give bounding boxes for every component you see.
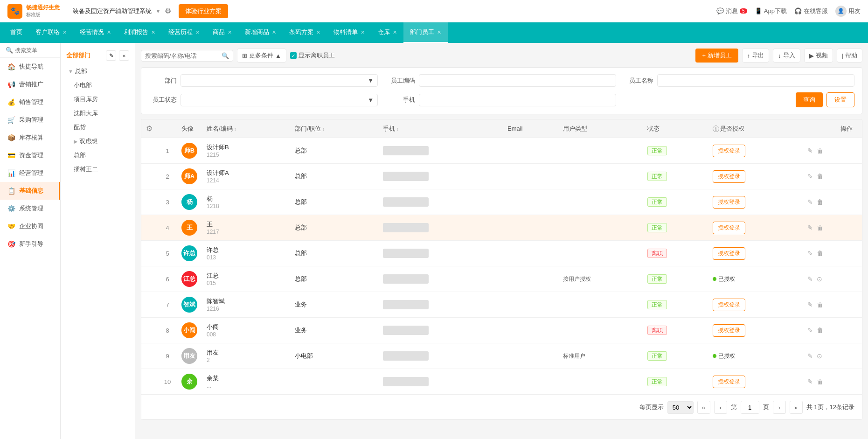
import-button[interactable]: ↓ 导入 bbox=[773, 49, 800, 63]
th-phone[interactable]: 手机 bbox=[378, 119, 503, 138]
system-gear-icon[interactable]: ⚙ bbox=[165, 7, 171, 15]
edit-icon[interactable]: ✎ bbox=[807, 352, 813, 360]
delete-icon[interactable]: 🗑 bbox=[817, 301, 823, 308]
tab-customer-close[interactable]: ✕ bbox=[62, 29, 67, 35]
filter-search-button[interactable]: 查询 bbox=[796, 92, 823, 107]
edit-icon[interactable]: ✎ bbox=[807, 147, 813, 154]
dept-node-zongbu-parent[interactable]: ▼ 总部 bbox=[61, 64, 135, 78]
dept-node-shuanglv[interactable]: ▶ 双虑想 bbox=[61, 134, 135, 148]
tab-bom-close[interactable]: ✕ bbox=[361, 29, 365, 35]
add-employee-button[interactable]: + 新增员工 bbox=[695, 49, 738, 63]
delete-icon[interactable]: 🗑 bbox=[817, 198, 823, 206]
page-current-input[interactable]: 1 bbox=[741, 401, 759, 414]
tab-operation[interactable]: 经营情况✕ bbox=[73, 22, 118, 43]
edit-icon[interactable]: ✎ bbox=[807, 327, 813, 334]
auth-button[interactable]: 授权登录 bbox=[713, 145, 745, 157]
tab-history[interactable]: 经营历程✕ bbox=[162, 22, 206, 43]
dept-node-xiangmu[interactable]: 项目库房 bbox=[61, 92, 135, 106]
search-icon[interactable]: 🔍 bbox=[222, 52, 229, 59]
copy-icon[interactable]: ⊙ bbox=[817, 352, 822, 360]
tab-product-close[interactable]: ✕ bbox=[228, 29, 232, 35]
tab-barcode[interactable]: 条码方案✕ bbox=[283, 22, 327, 43]
tab-operation-close[interactable]: ✕ bbox=[107, 29, 111, 35]
filter-dept-select[interactable]: ▼ bbox=[181, 74, 378, 87]
dept-collapse-icon[interactable]: « bbox=[119, 50, 129, 61]
search-input[interactable] bbox=[145, 52, 220, 59]
sidebar-item-collab[interactable]: 🤝 企业协同 bbox=[0, 217, 60, 235]
sidebar-item-operation[interactable]: 📊 经营管理 bbox=[0, 164, 60, 182]
filter-phone-input[interactable] bbox=[419, 94, 616, 106]
copy-icon[interactable]: ⊙ bbox=[817, 275, 822, 283]
sidebar-search-input[interactable] bbox=[15, 47, 52, 54]
edit-icon[interactable]: ✎ bbox=[807, 198, 813, 206]
filter-empcode-input[interactable] bbox=[419, 74, 616, 87]
tab-profit-close[interactable]: ✕ bbox=[151, 29, 155, 35]
sidebar-item-marketing[interactable]: 📢 营销推广 bbox=[0, 76, 60, 93]
dept-node-shenyang[interactable]: 沈阳大库 bbox=[61, 106, 135, 120]
tab-warehouse[interactable]: 仓库✕ bbox=[371, 22, 403, 43]
sidebar-item-quicknav[interactable]: 🏠 快捷导航 bbox=[0, 58, 60, 76]
edit-icon[interactable]: ✎ bbox=[807, 250, 813, 257]
sidebar-item-sales[interactable]: 💰 销售管理 bbox=[0, 93, 60, 111]
table-gear-icon[interactable]: ⚙ bbox=[146, 125, 153, 132]
filter-empname-input[interactable] bbox=[657, 74, 854, 87]
sidebar-item-system[interactable]: ⚙️ 系统管理 bbox=[0, 200, 60, 217]
tab-new-product[interactable]: 新增商品✕ bbox=[238, 22, 283, 43]
tab-warehouse-close[interactable]: ✕ bbox=[393, 29, 397, 35]
dept-edit-icon[interactable]: ✎ bbox=[106, 50, 116, 61]
show-resigned-toggle[interactable]: ✓ 显示离职员工 bbox=[290, 51, 335, 60]
delete-icon[interactable]: 🗑 bbox=[817, 173, 823, 180]
sidebar-item-finance[interactable]: 💳 资金管理 bbox=[0, 146, 60, 164]
page-first-btn[interactable]: « bbox=[697, 401, 710, 414]
system-dropdown-arrow[interactable]: ▼ bbox=[155, 8, 161, 14]
resigned-checkbox[interactable]: ✓ bbox=[290, 52, 297, 59]
user-btn[interactable]: 👤 用友 bbox=[835, 6, 861, 17]
tab-customer[interactable]: 客户联络✕ bbox=[29, 22, 73, 43]
tab-profit[interactable]: 利润报告✕ bbox=[118, 22, 162, 43]
tab-employee-close[interactable]: ✕ bbox=[437, 29, 441, 35]
edit-icon[interactable]: ✎ bbox=[807, 224, 813, 231]
per-page-select[interactable]: 50 20 100 bbox=[667, 401, 694, 414]
app-download-btn[interactable]: 📱 App下载 bbox=[755, 7, 787, 15]
delete-icon[interactable]: 🗑 bbox=[817, 250, 823, 257]
trial-button[interactable]: 体验行业方案 bbox=[179, 4, 228, 18]
auth-button[interactable]: 授权登录 bbox=[713, 324, 745, 337]
edit-icon[interactable]: ✎ bbox=[807, 173, 813, 180]
help-button[interactable]: | 帮助 bbox=[837, 49, 862, 63]
tab-product[interactable]: 商品✕ bbox=[206, 22, 238, 43]
dept-node-chashuwang[interactable]: 插树王二 bbox=[61, 162, 135, 176]
dept-node-xiaodian[interactable]: 小电部 bbox=[61, 78, 135, 92]
auth-button[interactable]: 授权登录 bbox=[713, 247, 745, 260]
dept-node-peihuo[interactable]: 配货 bbox=[61, 120, 135, 134]
filter-set-button[interactable]: 设置 bbox=[826, 92, 854, 107]
sidebar-item-basic[interactable]: 📋 基础信息 bbox=[0, 182, 60, 200]
th-dept[interactable]: 部门/职位 bbox=[290, 119, 378, 138]
export-button[interactable]: ↑ 导出 bbox=[742, 49, 770, 63]
view-button[interactable]: ▶ 视频 bbox=[804, 49, 833, 63]
delete-icon[interactable]: 🗑 bbox=[817, 327, 823, 334]
more-filter-btn[interactable]: ⊞ 更多条件 ▲ bbox=[237, 49, 286, 63]
page-last-btn[interactable]: » bbox=[790, 401, 803, 414]
th-name[interactable]: 姓名/编码 bbox=[202, 119, 290, 138]
tab-history-close[interactable]: ✕ bbox=[195, 29, 200, 35]
delete-icon[interactable]: 🗑 bbox=[817, 224, 823, 231]
tab-home[interactable]: 首页 bbox=[4, 22, 29, 43]
sidebar-item-guide[interactable]: 🎯 新手引导 bbox=[0, 235, 60, 253]
auth-button[interactable]: 授权登录 bbox=[713, 196, 745, 209]
tab-employee[interactable]: 部门员工✕ bbox=[403, 22, 448, 43]
auth-button[interactable]: 授权登录 bbox=[713, 222, 745, 234]
sidebar-item-purchase[interactable]: 🛒 采购管理 bbox=[0, 111, 60, 129]
tab-bom[interactable]: 物料清单✕ bbox=[327, 22, 371, 43]
edit-icon[interactable]: ✎ bbox=[807, 378, 813, 385]
auth-button[interactable]: 授权登录 bbox=[713, 299, 745, 311]
tab-new-product-close[interactable]: ✕ bbox=[272, 29, 276, 35]
edit-icon[interactable]: ✎ bbox=[807, 301, 813, 308]
auth-button[interactable]: 授权登录 bbox=[713, 170, 745, 183]
delete-icon[interactable]: 🗑 bbox=[817, 378, 823, 385]
filter-status-select[interactable]: ▼ bbox=[181, 94, 378, 106]
tab-barcode-close[interactable]: ✕ bbox=[316, 29, 320, 35]
message-btn[interactable]: 💬 消息 5 bbox=[716, 7, 747, 15]
page-prev-btn[interactable]: ‹ bbox=[714, 401, 727, 414]
dept-node-zongbu[interactable]: 总部 bbox=[61, 148, 135, 162]
auth-button[interactable]: 授权登录 bbox=[713, 376, 745, 388]
